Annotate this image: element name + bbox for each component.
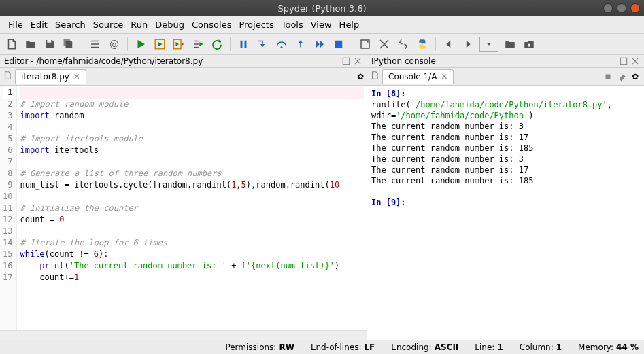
preferences-icon[interactable] xyxy=(396,37,411,52)
console-tab[interactable]: Console 1/A ✕ xyxy=(382,69,454,84)
rerun-icon[interactable] xyxy=(209,37,224,52)
python-path-icon[interactable] xyxy=(415,37,430,52)
debug-step-over-icon[interactable] xyxy=(274,37,289,52)
open-file-icon[interactable] xyxy=(23,37,38,52)
window-close-button[interactable] xyxy=(630,3,640,13)
close-pane-icon[interactable] xyxy=(353,56,362,66)
status-line: 1 xyxy=(497,342,503,352)
run-cell-icon[interactable] xyxy=(152,37,167,52)
status-enc: ASCII xyxy=(435,342,459,352)
status-eol: LF xyxy=(364,342,375,352)
run-icon[interactable] xyxy=(133,37,148,52)
list-icon[interactable] xyxy=(88,37,103,52)
editor-tab[interactable]: iterator8.py ✕ xyxy=(15,69,86,84)
window-titlebar: Spyder (Python 3.6) xyxy=(0,0,644,16)
console-tab-label: Console 1/A xyxy=(388,72,437,82)
debug-step-into-icon[interactable] xyxy=(255,37,270,52)
forward-icon[interactable] xyxy=(460,37,475,52)
menu-file[interactable]: File xyxy=(5,18,26,31)
menu-projects[interactable]: Projects xyxy=(236,18,276,31)
svg-rect-6 xyxy=(343,58,349,64)
menu-help[interactable]: Help xyxy=(337,18,362,31)
back-icon[interactable] xyxy=(441,37,456,52)
console-options-icon[interactable]: ✿ xyxy=(632,72,641,82)
parent-dir-icon[interactable] xyxy=(522,37,537,52)
run-selection-icon[interactable] xyxy=(190,37,205,52)
menu-consoles[interactable]: Consoles xyxy=(189,18,234,31)
menubar: File Edit Search Source Run Debug Consol… xyxy=(0,16,644,34)
status-col: 1 xyxy=(556,342,562,352)
new-file-icon[interactable] xyxy=(4,37,19,52)
console-close-pane-icon[interactable] xyxy=(630,56,640,66)
editor-pane-title: Editor - /home/fahmida/code/Python/itera… xyxy=(4,56,203,66)
svg-rect-4 xyxy=(335,41,343,48)
status-eol-label: End-of-lines: xyxy=(311,342,362,352)
status-mem-label: Memory: xyxy=(578,342,613,352)
svg-point-3 xyxy=(281,46,283,48)
horizontal-scrollbar[interactable] xyxy=(0,330,367,340)
svg-rect-7 xyxy=(620,58,626,64)
window-minimize-button[interactable] xyxy=(603,3,613,13)
console-clear-icon[interactable] xyxy=(617,72,627,82)
close-tab-icon[interactable]: ✕ xyxy=(73,72,80,82)
window-maximize-button[interactable] xyxy=(617,3,626,13)
menu-view[interactable]: View xyxy=(308,18,335,31)
console-pane: IPython console Console 1/A ✕ ✿ In [8]: … xyxy=(367,55,644,340)
status-perms: RW xyxy=(279,342,294,352)
debug-continue-icon[interactable] xyxy=(312,37,327,52)
menu-search[interactable]: Search xyxy=(52,18,88,31)
undock-icon[interactable] xyxy=(341,56,351,66)
console-browse-icon[interactable] xyxy=(370,71,379,82)
svg-rect-8 xyxy=(606,74,611,79)
menu-run[interactable]: Run xyxy=(128,18,150,31)
status-enc-label: Encoding: xyxy=(391,342,431,352)
save-file-icon[interactable] xyxy=(42,37,57,52)
code-editor[interactable]: 1234567891011121314151617 # Import rando… xyxy=(0,86,367,330)
run-cell-advance-icon[interactable] xyxy=(171,37,186,52)
console-close-tab-icon[interactable]: ✕ xyxy=(441,72,447,82)
file-browse-icon[interactable] xyxy=(3,71,12,82)
console-stop-icon[interactable] xyxy=(603,72,613,82)
console-pane-title: IPython console xyxy=(371,56,436,66)
status-perms-label: Permissions: xyxy=(225,342,276,352)
fullscreen-icon[interactable] xyxy=(377,37,392,52)
debug-stop-icon[interactable] xyxy=(331,37,346,52)
menu-tools[interactable]: Tools xyxy=(279,18,306,31)
editor-pane: Editor - /home/fahmida/code/Python/itera… xyxy=(0,55,367,340)
maximize-pane-icon[interactable] xyxy=(358,37,373,52)
status-mem: 44 % xyxy=(616,342,639,352)
status-line-label: Line: xyxy=(475,342,494,352)
debug-step-out-icon[interactable] xyxy=(293,37,308,52)
editor-options-icon[interactable]: ✿ xyxy=(357,72,364,82)
debug-step-pause-icon[interactable] xyxy=(236,37,251,52)
save-all-icon[interactable] xyxy=(61,37,76,52)
menu-debug[interactable]: Debug xyxy=(152,18,187,31)
console-undock-icon[interactable] xyxy=(619,56,628,66)
ipython-console[interactable]: In [8]: runfile('/home/fahmida/code/Pyth… xyxy=(367,86,644,340)
menu-edit[interactable]: Edit xyxy=(28,18,50,31)
window-title: Spyder (Python 3.6) xyxy=(278,3,367,14)
statusbar: Permissions: RW End-of-lines: LF Encodin… xyxy=(0,340,644,354)
at-icon[interactable]: @ xyxy=(107,37,122,52)
menu-source[interactable]: Source xyxy=(90,18,126,31)
svg-text:@: @ xyxy=(109,39,119,50)
toolbar: @ xyxy=(0,34,644,55)
editor-tab-label: iterator8.py xyxy=(21,72,69,82)
working-dir-combo[interactable] xyxy=(479,37,498,52)
browse-dir-icon[interactable] xyxy=(503,37,518,52)
status-col-label: Column: xyxy=(520,342,554,352)
